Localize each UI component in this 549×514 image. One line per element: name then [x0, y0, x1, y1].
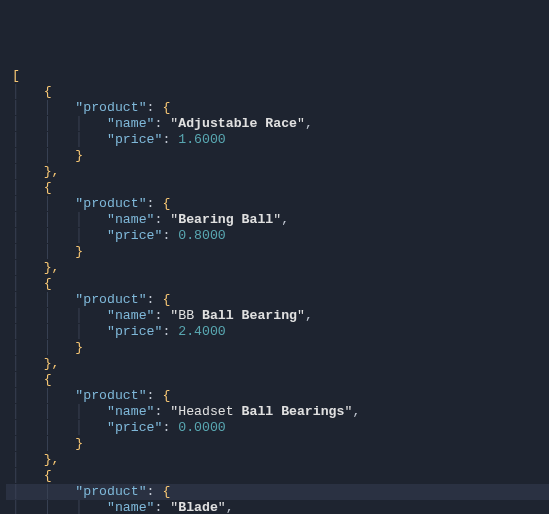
code-line: │ │ │ "price": 2.4000 [6, 324, 549, 340]
code-line: │ }, [6, 452, 549, 468]
code-line: │ { [6, 468, 549, 484]
code-line: │ │ } [6, 244, 549, 260]
code-line: │ │ "product": { [6, 100, 549, 116]
code-line: │ │ "product": { [6, 196, 549, 212]
code-line: │ │ │ "name": "Bearing Ball", [6, 212, 549, 228]
code-line: │ │ │ "name": "Headset Ball Bearings", [6, 404, 549, 420]
code-line: │ │ "product": { [6, 292, 549, 308]
code-line: │ │ } [6, 340, 549, 356]
code-line: │ }, [6, 260, 549, 276]
code-line: │ │ │ "name": "Adjustable Race", [6, 116, 549, 132]
code-line: │ │ │ "price": 0.8000 [6, 228, 549, 244]
code-line: │ { [6, 372, 549, 388]
code-line: │ │ } [6, 148, 549, 164]
code-line: │ │ │ "name": "Blade", [6, 500, 549, 514]
code-line: │ }, [6, 356, 549, 372]
code-line: │ │ │ "name": "BB Ball Bearing", [6, 308, 549, 324]
code-line: │ │ } [6, 436, 549, 452]
code-line: │ { [6, 276, 549, 292]
code-line: │ { [6, 84, 549, 100]
json-editor[interactable]: [│ {│ │ "product": {│ │ │ "name": "Adjus… [0, 64, 549, 514]
code-line: │ │ │ "price": 1.6000 [6, 132, 549, 148]
code-line: │ │ "product": { [6, 484, 549, 500]
code-line: │ }, [6, 164, 549, 180]
code-line: │ │ "product": { [6, 388, 549, 404]
code-line: │ │ │ "price": 0.0000 [6, 420, 549, 436]
code-line: │ { [6, 180, 549, 196]
code-line: [ [6, 68, 549, 84]
